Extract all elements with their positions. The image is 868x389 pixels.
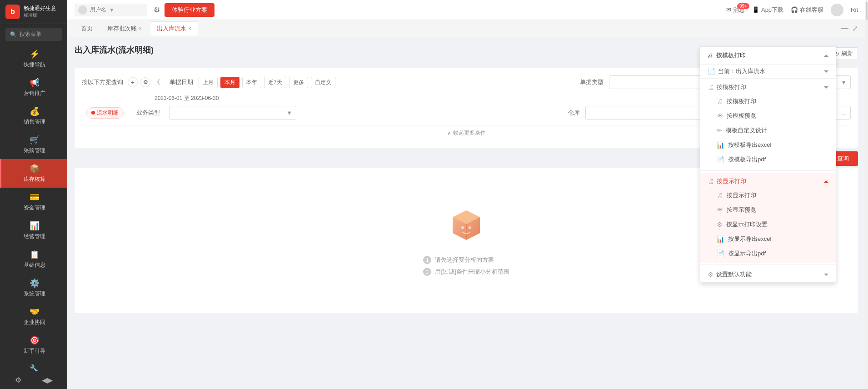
- dropdown-title: 🖨 按模板打印: [708, 51, 746, 60]
- sidebar-settings-icon[interactable]: ⚙: [15, 376, 21, 384]
- dropdown-item-display-pdf[interactable]: 📄 按显示导出pdf: [700, 246, 836, 261]
- scrollbar-thumb[interactable]: [866, 2, 868, 20]
- default-function-icon: ⚙: [708, 271, 713, 278]
- message-button[interactable]: ✉ 消息 99+: [726, 6, 745, 14]
- app-tag: 标准版: [24, 12, 56, 19]
- dropdown-toggle-icon[interactable]: [824, 55, 828, 57]
- dropdown-item-template-design[interactable]: ✏ 模板自定义设计: [700, 123, 836, 138]
- filter-settings-button[interactable]: ⚙: [140, 77, 150, 87]
- avatar[interactable]: [831, 4, 843, 16]
- date-filter: 上月 本月 本年 近7天 更多 自定义: [199, 77, 335, 88]
- sidebar-search-area[interactable]: 🔍 搜索菜单: [0, 24, 67, 45]
- current-icon: 📄: [708, 68, 715, 75]
- date-btn-more[interactable]: 更多: [289, 77, 308, 88]
- dropdown-item-display-settings[interactable]: ⚙ 按显示打印设置: [700, 217, 836, 232]
- sidebar-item-apps[interactable]: 🔧 应用中心: [0, 359, 67, 371]
- user-avatar-small: [78, 5, 87, 15]
- filter-collapse-icon[interactable]: 《: [153, 78, 160, 87]
- purchase-icon: 🛒: [30, 135, 40, 145]
- operation-icon: 📊: [30, 221, 40, 231]
- empty-state-icon: [444, 201, 489, 247]
- date-btn-this-year[interactable]: 本年: [242, 77, 261, 88]
- current-chevron-icon[interactable]: [824, 70, 828, 73]
- online-service-button[interactable]: 🎧 在线客服: [791, 6, 823, 14]
- biz-type-field[interactable]: ▼: [169, 106, 296, 120]
- display-section-chevron[interactable]: [824, 180, 828, 183]
- online-service-label: 在线客服: [800, 6, 823, 14]
- sidebar-item-purchase-label: 采购管理: [24, 147, 45, 155]
- display-settings-label: 按显示打印设置: [726, 220, 828, 229]
- tab-inventory-flow[interactable]: 出入库流水 ×: [150, 21, 198, 35]
- inventory-icon: 📦: [30, 164, 40, 174]
- app-name: 畅捷通好生意: [24, 5, 56, 12]
- print-item-icon: 🖨: [717, 98, 723, 105]
- date-btn-7days[interactable]: 近7天: [264, 77, 286, 88]
- display-section-text: 按显示打印: [717, 177, 746, 185]
- sidebar-item-marketing[interactable]: 📢 营销推广: [0, 73, 67, 102]
- design-item-icon: ✏: [717, 127, 722, 134]
- dropdown-item-template-print[interactable]: 🖨 按模板打印: [700, 94, 836, 109]
- display-print-section-header[interactable]: 🖨 按显示打印: [700, 175, 836, 188]
- app-download-button[interactable]: 📱 App下载: [752, 6, 783, 14]
- svg-point-3: [461, 226, 464, 229]
- sidebar-item-shortcut[interactable]: ⚡ 快捷导航: [0, 45, 67, 73]
- tab-maximize-icon[interactable]: ⤢: [852, 24, 858, 33]
- default-function-chevron[interactable]: [824, 274, 828, 276]
- current-selection-row: 📄 当前：出入库流水: [700, 65, 836, 79]
- chevron-down-icon: ▼: [109, 7, 115, 13]
- tab-batch-account-label: 库存批次账: [107, 25, 137, 33]
- default-function-row[interactable]: ⚙ 设置默认功能: [700, 267, 836, 282]
- chevron-down-icon-2: ▼: [841, 79, 847, 86]
- trial-button[interactable]: 体验行业方案: [165, 3, 215, 17]
- sidebar-nav: ⚡ 快捷导航 📢 营销推广 💰 销售管理 🛒 采购管理 📦 库存核算 💳 资金管…: [0, 45, 67, 371]
- empty-step-2: 2 用[过滤]条件来缩小分析范围: [423, 268, 509, 276]
- sidebar-item-system[interactable]: ⚙️ 系统管理: [0, 274, 67, 302]
- warehouse-label: 仓库: [568, 109, 580, 117]
- tab-batch-account[interactable]: 库存批次账 ×: [101, 22, 148, 35]
- sidebar-item-finance-label: 资金管理: [24, 204, 45, 212]
- settings-gear-icon[interactable]: ⚙: [154, 5, 160, 14]
- template-print-section-header[interactable]: 🖨 按模板打印: [700, 80, 836, 94]
- date-btn-this-month[interactable]: 本月: [220, 77, 239, 88]
- sidebar-item-shortcut-label: 快捷导航: [24, 61, 45, 69]
- sidebar-item-sales[interactable]: 💰 销售管理: [0, 102, 67, 130]
- filter-tag-label: 流水明细: [97, 109, 119, 117]
- sidebar-item-inventory[interactable]: 📦 库存核算: [0, 159, 67, 188]
- sidebar-item-purchase[interactable]: 🛒 采购管理: [0, 130, 67, 159]
- dropdown-item-display-print[interactable]: 🖨 按显示打印: [700, 188, 836, 203]
- dropdown-title-text: 按模板打印: [716, 51, 746, 60]
- template-section-chevron[interactable]: [824, 86, 828, 89]
- sidebar-item-finance[interactable]: 💳 资金管理: [0, 188, 67, 216]
- sidebar-item-inventory-label: 库存核算: [24, 175, 45, 183]
- search-icon: 🔍: [10, 31, 17, 38]
- date-btn-custom[interactable]: 自定义: [311, 77, 335, 88]
- dropdown-item-display-excel[interactable]: 📊 按显示导出excel: [700, 232, 836, 246]
- display-excel-icon: 📊: [717, 235, 724, 243]
- filter-add-button[interactable]: +: [128, 77, 138, 87]
- user-selector[interactable]: 用户名 ▼: [75, 4, 147, 16]
- tab-minimize-icon[interactable]: —: [841, 24, 848, 33]
- search-menu-button[interactable]: 🔍 搜索菜单: [5, 28, 62, 41]
- sidebar-item-operation[interactable]: 📊 经营管理: [0, 216, 67, 245]
- dropdown-item-template-preview[interactable]: 👁 按模板预览: [700, 109, 836, 123]
- sidebar-item-newbie[interactable]: 🎯 新手引导: [0, 331, 67, 359]
- display-pdf-label: 按显示导出pdf: [728, 249, 828, 258]
- tab-batch-close-icon[interactable]: ×: [139, 25, 142, 32]
- dropdown-item-display-preview[interactable]: 👁 按显示预览: [700, 203, 836, 217]
- right-scrollbar[interactable]: [865, 0, 868, 389]
- logo-icon: b: [5, 5, 20, 19]
- date-btn-last-month[interactable]: 上月: [199, 77, 218, 88]
- date-filter-label: 单据日期: [170, 78, 193, 86]
- pdf-item-icon: 📄: [717, 156, 724, 163]
- dropdown-item-template-excel[interactable]: 📊 按模板导出excel: [700, 138, 836, 152]
- sidebar-item-coop[interactable]: 🤝 企业协同: [0, 302, 67, 331]
- warehouse-more-btn[interactable]: ...: [842, 110, 847, 116]
- doc-type-label: 单据类型: [580, 78, 604, 86]
- tab-home[interactable]: 首页: [75, 22, 99, 35]
- dropdown-item-template-pdf[interactable]: 📄 按模板导出pdf: [700, 152, 836, 167]
- sidebar-item-basic[interactable]: 📋 基础信息: [0, 245, 67, 274]
- sidebar-collapse-icon[interactable]: ◀▶: [42, 376, 53, 384]
- tab-inventory-flow-close-icon[interactable]: ×: [188, 25, 191, 32]
- refresh-label: 刷新: [841, 50, 853, 58]
- page-title: 出入库流水(流水明细): [75, 45, 154, 55]
